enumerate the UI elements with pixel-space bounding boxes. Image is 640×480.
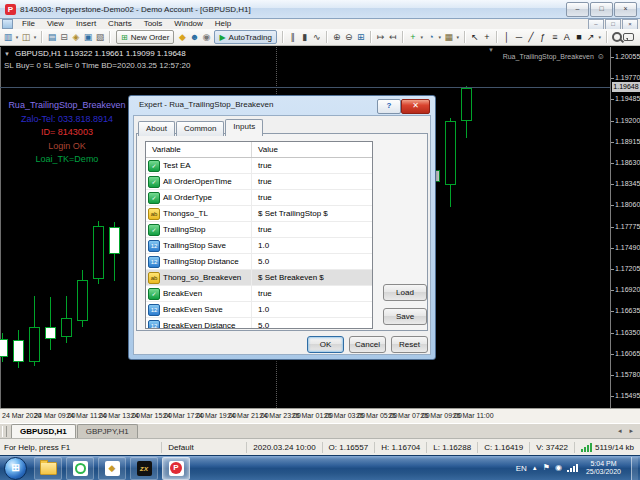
terminal-icon[interactable]: ▣ (82, 30, 94, 45)
indicators-icon[interactable]: + (407, 30, 419, 45)
crosshair-icon[interactable]: + (481, 30, 493, 45)
experts-icon[interactable]: ☻ (188, 30, 200, 45)
network-icon[interactable] (567, 464, 578, 472)
gold-app-icon[interactable]: ◆ (98, 457, 126, 480)
save-button[interactable]: Save (383, 308, 427, 325)
table-row[interactable]: ✓Test EAtrue (146, 158, 372, 174)
price-axis[interactable]: 1.200551.197701.194851.192001.189151.186… (610, 47, 640, 408)
arrows-icon[interactable]: ↗ (585, 30, 597, 45)
value-cell[interactable]: true (252, 174, 372, 189)
chart-shift-marker[interactable]: ▼ (488, 47, 494, 54)
trendline-icon[interactable]: ╱ (525, 30, 537, 45)
lines-more-icon[interactable]: ≡ (549, 30, 561, 45)
menu-view[interactable]: View (41, 19, 70, 29)
taskbar-clock[interactable]: 5:04 PM 25/03/2020 (583, 460, 624, 476)
search-icon[interactable] (611, 30, 623, 45)
table-row[interactable]: 12BreakEven Distance5.0 (146, 318, 372, 329)
new-chart-icon[interactable]: ▥ (2, 30, 14, 45)
value-cell[interactable]: 5.0 (252, 254, 372, 269)
fibonacci-icon[interactable]: ƒ (537, 30, 549, 45)
chart-window-icon[interactable] (2, 19, 13, 29)
explorer-icon[interactable] (34, 457, 62, 480)
tile-windows-icon[interactable]: ⊞ (355, 30, 367, 45)
menu-file[interactable]: File (16, 19, 41, 29)
flag-icon[interactable]: ⚑ (543, 463, 550, 473)
value-cell[interactable]: true (252, 190, 372, 205)
value-cell[interactable]: $ Set TrailingStop $ (252, 206, 372, 221)
language-indicator[interactable]: EN (516, 464, 527, 473)
table-row[interactable]: 12BreakEven Save1.0 (146, 302, 372, 318)
strategy-tester-icon[interactable]: ▧ (94, 30, 106, 45)
reset-button[interactable]: Reset (391, 336, 428, 353)
tab-inputs[interactable]: Inputs (225, 119, 263, 136)
menu-charts[interactable]: Charts (102, 19, 138, 29)
tray-expand-icon[interactable]: ▲ (532, 463, 538, 473)
table-row[interactable]: abThong_so_Breakeven$ Set Breakeven $ (146, 270, 372, 286)
line-chart-icon[interactable]: ∿ (311, 30, 323, 45)
table-row[interactable]: ✓BreakEventrue (146, 286, 372, 302)
restore-button[interactable]: □ (590, 2, 613, 17)
table-row[interactable]: 12TrailingStop Distance5.0 (146, 254, 372, 270)
ultraviewer-icon[interactable] (66, 457, 94, 480)
minimize-button[interactable]: – (566, 2, 589, 17)
value-cell[interactable]: 1.0 (252, 302, 372, 317)
table-row[interactable]: ✓TrailingStoptrue (146, 222, 372, 238)
tab-scroll-arrows[interactable]: ◂ ▸ (618, 427, 636, 435)
community-icon[interactable]: ◉ (200, 30, 212, 45)
one-click-arrow-icon[interactable]: ▼ (4, 49, 10, 59)
close-button[interactable]: × (614, 2, 637, 17)
show-desktop-button[interactable] (631, 457, 638, 480)
arrows-icon-dropdown[interactable]: ▾ (597, 30, 603, 45)
status-profile[interactable]: Default (161, 442, 246, 453)
start-button[interactable]: ⊞ (4, 457, 27, 480)
table-row[interactable]: ✓All OrderOpenTimetrue (146, 174, 372, 190)
menu-window[interactable]: Window (168, 19, 208, 29)
table-row[interactable]: ✓All OrderTypetrue (146, 190, 372, 206)
value-cell[interactable]: 5.0 (252, 318, 372, 329)
dialog-help-button[interactable]: ? (377, 99, 401, 114)
menu-tools[interactable]: Tools (138, 19, 169, 29)
metaeditor-icon[interactable]: ◆ (176, 30, 188, 45)
chart-tab-gbpjpy-h1[interactable]: GBPJPY,H1 (77, 424, 138, 438)
zoom-out-icon[interactable]: ⊖ (343, 30, 355, 45)
dialog-close-button[interactable]: ✕ (401, 99, 430, 114)
autotrading-button[interactable]: ▶AutoTrading (214, 30, 276, 44)
chart-shift-icon[interactable]: ↤ (387, 30, 399, 45)
value-cell[interactable]: true (252, 158, 372, 173)
table-row[interactable]: abThongso_TL$ Set TrailingStop $ (146, 206, 372, 222)
zx-app-icon[interactable]: zx (130, 457, 158, 480)
value-cell[interactable]: true (252, 222, 372, 237)
tab-about[interactable]: About (138, 121, 175, 136)
ok-button[interactable]: OK (307, 336, 344, 353)
volume-icon[interactable]: ◉ (555, 463, 562, 473)
horizontal-line-icon[interactable]: ─ (513, 30, 525, 45)
value-cell[interactable]: 1.0 (252, 238, 372, 253)
shapes-icon[interactable]: ■ (573, 30, 585, 45)
table-row[interactable]: 12TrailingStop Save1.0 (146, 238, 372, 254)
tab-common[interactable]: Common (176, 121, 224, 136)
market-watch-icon[interactable]: ▤ (46, 30, 58, 45)
text-icon[interactable]: A (561, 30, 573, 45)
menu-help[interactable]: Help (209, 19, 237, 29)
load-button[interactable]: Load (383, 284, 427, 301)
menu-insert[interactable]: Insert (70, 19, 102, 29)
value-cell[interactable]: true (252, 286, 372, 301)
zoom-in-icon[interactable]: ⊕ (331, 30, 343, 45)
templates-icon[interactable]: ▦ (443, 30, 455, 45)
bar-chart-icon[interactable]: ∥ (287, 30, 299, 45)
profiles-icon-dropdown[interactable]: ▾ (32, 30, 38, 45)
profiles-icon[interactable]: ◫ (20, 30, 32, 45)
new-order-button[interactable]: ⊞New Order (116, 30, 174, 44)
pepperstone-mt4-icon[interactable]: P (162, 457, 190, 480)
ideas-icon[interactable] (623, 30, 635, 45)
chart-tab-gbpusd-h1[interactable]: GBPUSD,H1 (11, 424, 76, 438)
cancel-button[interactable]: Cancel (349, 336, 386, 353)
navigator-icon[interactable]: ◈ (70, 30, 82, 45)
auto-scroll-icon[interactable]: ↦ (375, 30, 387, 45)
templates-icon-dropdown[interactable]: ▾ (455, 30, 461, 45)
value-cell[interactable]: $ Set Breakeven $ (252, 270, 372, 285)
periods-icon[interactable]: ◔ (425, 30, 437, 45)
time-axis[interactable]: 24 Mar 202024 Mar 09:0024 Mar 11:0024 Ma… (0, 408, 640, 423)
vertical-line-icon[interactable]: │ (501, 30, 513, 45)
cursor-icon[interactable]: ↖ (469, 30, 481, 45)
